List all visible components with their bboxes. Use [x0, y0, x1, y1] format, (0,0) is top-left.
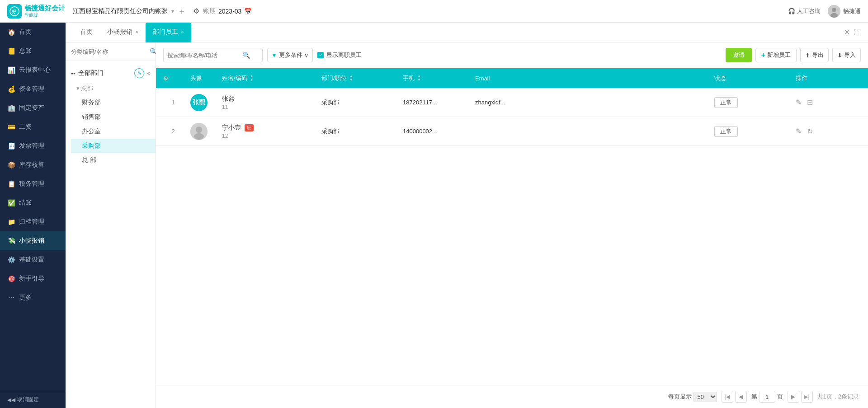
tab-close-xiaochang[interactable]: × [135, 29, 138, 35]
filter-button[interactable]: ▼ 更多条件 ∨ [267, 48, 313, 62]
refresh-icon-2[interactable]: ↻ [807, 127, 813, 136]
emp-code-1: 11 [222, 104, 314, 110]
tab-dept-employee[interactable]: 部门员工 × [146, 23, 191, 42]
emp-code-2: 12 [222, 133, 314, 139]
avatar-circle-2 [190, 123, 208, 140]
th-settings[interactable]: ⚙ [160, 75, 187, 82]
sidebar-item-tax[interactable]: 📋 税务管理 [0, 174, 66, 193]
total-records: 共1页，2条记录 [817, 393, 859, 401]
period-selector[interactable]: 账期 2023-03 📅 [203, 7, 252, 15]
import-button[interactable]: ⬇ 导入 [832, 48, 861, 62]
logout-icon-1[interactable]: ⊟ [807, 98, 813, 107]
sidebar-item-funds[interactable]: 💰 资金管理 [0, 80, 66, 98]
sidebar-item-guide[interactable]: 🎯 新手引导 [0, 269, 66, 288]
add-employee-label: 新增员工 [767, 51, 791, 59]
home-icon: 🏠 [7, 28, 15, 36]
sidebar-item-settings[interactable]: ⚙️ 基础设置 [0, 250, 66, 269]
filter-arrow-icon: ∨ [304, 52, 309, 59]
tab-xiaochang[interactable]: 小畅报销 × [100, 23, 146, 42]
td-status-2: 正常 [711, 126, 792, 137]
action-icons-2: ✎ ↻ [796, 127, 861, 136]
collapse-icon[interactable]: « [147, 70, 150, 76]
sidebar-item-checkout[interactable]: ✅ 结账 [0, 193, 66, 212]
tab-home[interactable]: 首页 [73, 23, 100, 42]
page-unit: 页 [777, 393, 783, 401]
page-number-input[interactable] [759, 391, 775, 403]
employee-table: ⚙ 头像 姓名/编码 ▲ ▼ 部门/职位 ▲ [156, 68, 868, 385]
filter-icon: ▼ [271, 52, 277, 59]
ledger-icon: 📒 [7, 47, 15, 55]
last-page-button[interactable]: ▶| [801, 391, 813, 403]
dept-node-purchase[interactable]: 采购部 [71, 139, 156, 153]
edit-icon-2[interactable]: ✎ [796, 127, 802, 136]
user-menu[interactable]: 畅捷通 [828, 5, 861, 18]
dept-search-input[interactable] [71, 48, 147, 55]
toolbar-right: 邀请 + 新增员工 ⬆ 导出 ⬇ 导入 [726, 48, 861, 62]
tab-expand-btn[interactable]: ⛶ [854, 28, 861, 37]
calendar-icon: 📅 [244, 8, 252, 15]
sidebar-item-ledger[interactable]: 📒 总账 [0, 42, 66, 61]
page-content: 🔍 ▪▪ 全部部门 ✎ « ▾ 总部 [66, 42, 868, 408]
next-page-button[interactable]: ▶ [788, 391, 799, 403]
gear-icon[interactable]: ⚙ [193, 7, 199, 15]
sidebar-item-reports[interactable]: 📊 云报表中心 [0, 61, 66, 80]
export-button[interactable]: ⬆ 导出 [800, 48, 829, 62]
dept-node-office[interactable]: 办公室 [71, 124, 156, 139]
td-index-1: 1 [160, 99, 187, 106]
unpin-button[interactable]: ◀◀ 取消固定 [0, 391, 66, 408]
dept-node-finance[interactable]: 财务部 [71, 95, 156, 110]
th-name-code-label: 姓名/编码 [222, 74, 247, 82]
th-name-code[interactable]: 姓名/编码 ▲ ▼ [218, 74, 318, 82]
invite-button[interactable]: 邀请 [726, 48, 752, 62]
dept-search-icon[interactable]: 🔍 [150, 48, 156, 55]
service-button[interactable]: 🎧 人工咨询 [788, 7, 821, 15]
company-selector[interactable]: 江西服宝精品有限责任公司内账张 ▾ [73, 7, 174, 15]
first-page-button[interactable]: |◀ [722, 391, 733, 403]
sidebar-label-reports: 云报表中心 [19, 66, 51, 74]
sidebar-item-home[interactable]: 🏠 首页 [0, 23, 66, 42]
page-size-dropdown[interactable]: 50 10 20 100 [693, 392, 717, 402]
topbar: 好 畅捷通好会计 旗舰版 江西服宝精品有限责任公司内账张 ▾ ＋ ⚙ 账期 20… [0, 0, 868, 23]
prev-page-button[interactable]: ◀ [735, 391, 747, 403]
td-dept-2: 采购部 [318, 127, 399, 136]
sidebar-item-inventory[interactable]: 📦 库存核算 [0, 155, 66, 174]
status-badge-2: 正常 [714, 126, 738, 137]
show-resigned-toggle[interactable]: ✓ 显示离职员工 [317, 51, 362, 59]
dept-tree-content: ▪▪ 全部部门 ✎ « ▾ 总部 财务部 销售部 办公室 采购部 [66, 61, 156, 408]
inventory-icon: 📦 [7, 161, 15, 169]
search-icon[interactable]: 🔍 [242, 52, 250, 59]
period-label: 账期 [203, 7, 216, 15]
page-prefix: 第 [751, 393, 757, 401]
th-dept-position[interactable]: 部门/职位 ▲ ▼ [318, 74, 399, 82]
sidebar-item-archive[interactable]: 📁 归档管理 [0, 212, 66, 231]
tab-close-dept-employee[interactable]: × [181, 29, 184, 35]
all-dept-header[interactable]: ▪▪ 全部部门 ✎ « [66, 65, 156, 82]
archive-icon: 📁 [7, 218, 15, 225]
sidebar-item-more[interactable]: ⋯ 更多 [0, 288, 66, 307]
import-icon: ⬇ [837, 52, 842, 59]
sidebar-label-more: 更多 [19, 294, 32, 302]
sort-arrows-phone: ▲ ▼ [417, 75, 421, 82]
tab-bar: 首页 小畅报销 × 部门员工 × ✕ ⛶ [66, 23, 868, 42]
dept-edit-icon[interactable]: ✎ [134, 68, 144, 78]
reports-icon: 📊 [7, 66, 15, 74]
employee-panel: 🔍 ▼ 更多条件 ∨ ✓ 显示离职员工 邀请 + [156, 42, 868, 408]
sidebar-item-payroll[interactable]: 💳 工资 [0, 117, 66, 136]
dept-node-sales[interactable]: 销售部 [71, 110, 156, 124]
edit-icon-1[interactable]: ✎ [796, 98, 802, 107]
expense-icon: 💸 [7, 237, 15, 244]
employee-search-input[interactable] [167, 52, 240, 59]
unpin-label: 取消固定 [17, 396, 39, 403]
add-icon[interactable]: ＋ [178, 6, 186, 17]
sidebar-item-invoice[interactable]: 🧾 发票管理 [0, 136, 66, 155]
sidebar-item-expense[interactable]: 💸 小畅报销 [0, 231, 66, 250]
th-phone-label: 手机 [403, 74, 415, 82]
dept-search-box: 🔍 [66, 42, 156, 61]
th-phone[interactable]: 手机 ▲ ▼ [399, 74, 472, 82]
add-employee-button[interactable]: + 新增员工 [755, 48, 797, 62]
sidebar-label-invoice: 发票管理 [19, 142, 44, 150]
tab-close-btn[interactable]: ✕ [844, 28, 850, 37]
svg-point-3 [832, 8, 836, 12]
sidebar-item-assets[interactable]: 🏢 固定资产 [0, 98, 66, 117]
dept-node-head[interactable]: 总 部 [71, 153, 156, 168]
